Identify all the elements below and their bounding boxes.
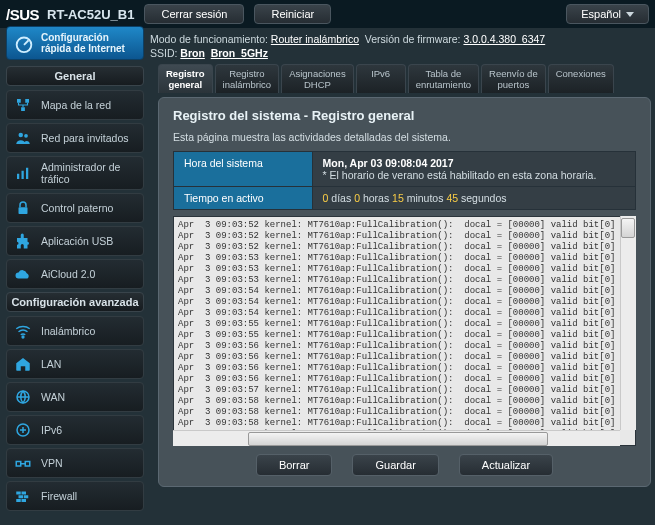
refresh-button[interactable]: Actualizar: [459, 454, 553, 476]
chevron-down-icon: [626, 12, 634, 17]
ipv6-icon: [13, 420, 33, 440]
mode-label: Modo de funcionamiento:: [150, 33, 268, 45]
quick-setup-button[interactable]: Configuración rápida de Internet: [6, 26, 144, 60]
section-general: General: [6, 66, 144, 86]
svg-rect-19: [24, 495, 29, 498]
svg-rect-16: [16, 492, 21, 495]
nav-label: Mapa de la red: [41, 99, 111, 111]
v-scroll-thumb[interactable]: [621, 218, 635, 238]
svg-line-1: [24, 40, 29, 45]
nav-label: Firewall: [41, 490, 77, 502]
nav-network-map[interactable]: Mapa de la red: [6, 90, 144, 120]
nav-guest[interactable]: Red para invitados: [6, 123, 144, 153]
svg-rect-21: [22, 499, 27, 502]
svg-rect-15: [25, 462, 30, 467]
tab-bar: Registrogeneral Registroinalámbrico Asig…: [150, 64, 651, 93]
svg-point-6: [24, 134, 28, 138]
nav-label: Control paterno: [41, 202, 113, 214]
nav-label: VPN: [41, 457, 63, 469]
h-scrollbar[interactable]: [173, 430, 620, 446]
reboot-button[interactable]: Reiniciar: [254, 4, 331, 24]
nav-wan[interactable]: WAN: [6, 382, 144, 412]
logout-button[interactable]: Cerrar sesión: [144, 4, 244, 24]
model-name: RT-AC52U_B1: [47, 7, 134, 22]
chart-icon: [13, 163, 33, 183]
fw-link[interactable]: 3.0.0.4.380_6347: [463, 33, 545, 45]
gauge-icon: [13, 32, 35, 54]
nav-lan[interactable]: LAN: [6, 349, 144, 379]
tab-wireless-log[interactable]: Registroinalámbrico: [215, 64, 280, 93]
tab-connections[interactable]: Conexiones: [548, 64, 614, 93]
nav-ipv6[interactable]: IPv6: [6, 415, 144, 445]
ssid-label: SSID:: [150, 47, 177, 59]
home-icon: [13, 354, 33, 374]
nav-usb[interactable]: Aplicación USB: [6, 226, 144, 256]
network-icon: [13, 95, 33, 115]
systime-value: Mon, Apr 03 09:08:04 2017 * El horario d…: [312, 152, 635, 187]
tab-general-log[interactable]: Registrogeneral: [158, 64, 213, 93]
nav-label: Administrador de tráfico: [41, 161, 137, 185]
svg-point-5: [19, 133, 24, 138]
nav-label: LAN: [41, 358, 61, 370]
globe-icon: [13, 387, 33, 407]
svg-point-11: [22, 336, 24, 338]
nav-parental[interactable]: Control paterno: [6, 193, 144, 223]
brand-logo: /SUS: [6, 6, 39, 23]
svg-rect-4: [21, 107, 25, 111]
tab-routing[interactable]: Tabla deenrutamiento: [408, 64, 479, 93]
nav-label: Aplicación USB: [41, 235, 113, 247]
svg-rect-8: [22, 171, 24, 179]
save-button[interactable]: Guardar: [352, 454, 438, 476]
uptime-value: 0 días 0 horas 15 minutos 45 segundos: [312, 187, 635, 210]
svg-rect-20: [16, 499, 21, 502]
svg-rect-17: [22, 492, 27, 495]
systime-label: Hora del sistema: [174, 152, 313, 187]
page-desc: Esta página muestra las actividades deta…: [173, 131, 636, 143]
nav-label: AiCloud 2.0: [41, 268, 95, 280]
h-scroll-thumb[interactable]: [248, 432, 548, 446]
svg-rect-14: [16, 462, 21, 467]
nav-vpn[interactable]: VPN: [6, 448, 144, 478]
nav-label: Red para invitados: [41, 132, 129, 144]
nav-wireless[interactable]: Inalámbrico: [6, 316, 144, 346]
nav-traffic[interactable]: Administrador de tráfico: [6, 156, 144, 190]
ssid-5[interactable]: Bron_5GHz: [211, 47, 268, 59]
clear-button[interactable]: Borrar: [256, 454, 333, 476]
tab-dhcp[interactable]: AsignacionesDHCP: [281, 64, 354, 93]
nav-firewall[interactable]: Firewall: [6, 481, 144, 511]
users-icon: [13, 128, 33, 148]
firewall-icon: [13, 486, 33, 506]
section-advanced: Configuración avanzada: [6, 292, 144, 312]
svg-rect-3: [25, 99, 29, 103]
nav-label: IPv6: [41, 424, 62, 436]
language-selector[interactable]: Español: [566, 4, 649, 24]
puzzle-icon: [13, 231, 33, 251]
svg-rect-2: [17, 99, 21, 103]
lock-icon: [13, 198, 33, 218]
svg-rect-18: [19, 495, 24, 498]
language-label: Español: [581, 8, 621, 20]
svg-rect-10: [19, 207, 28, 214]
svg-rect-9: [26, 168, 28, 179]
content-panel: Registro del sistema - Registro general …: [158, 97, 651, 487]
ssid-24[interactable]: Bron: [180, 47, 205, 59]
log-textarea[interactable]: Apr 3 09:03:52 kernel: MT7610ap:FullCali…: [173, 216, 636, 446]
page-title: Registro del sistema - Registro general: [173, 108, 636, 123]
nav-label: WAN: [41, 391, 65, 403]
nav-label: Inalámbrico: [41, 325, 95, 337]
quick-setup-label: Configuración rápida de Internet: [41, 32, 137, 54]
mode-link[interactable]: Router inalámbrico: [271, 33, 359, 45]
cloud-icon: [13, 264, 33, 284]
tab-portfwd[interactable]: Reenvío depuertos: [481, 64, 546, 93]
v-scrollbar[interactable]: [620, 216, 636, 430]
uptime-label: Tiempo en activo: [174, 187, 313, 210]
svg-rect-7: [17, 174, 19, 179]
tab-ipv6[interactable]: IPv6: [356, 64, 406, 93]
nav-aicloud[interactable]: AiCloud 2.0: [6, 259, 144, 289]
vpn-icon: [13, 453, 33, 473]
wifi-icon: [13, 321, 33, 341]
fw-label: Versión de firmware:: [365, 33, 461, 45]
